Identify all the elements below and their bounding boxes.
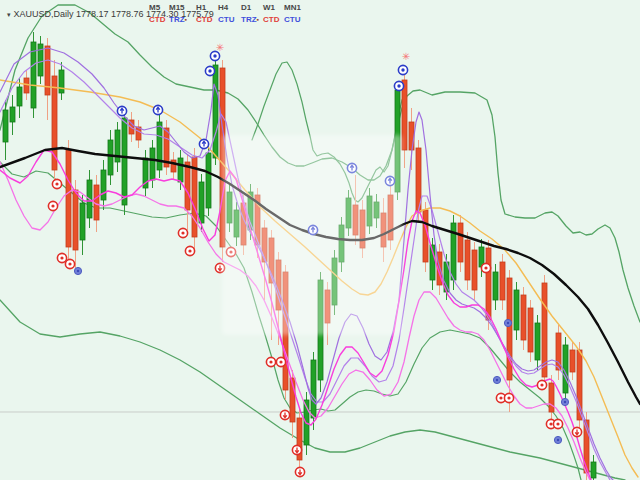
pivot-dot-icon: [554, 436, 561, 443]
candle-bearish: [52, 60, 57, 185]
timeframe-column-M15: M15TRZ▪: [169, 3, 195, 25]
signal-label: CTU: [284, 15, 310, 25]
candle-body: [122, 118, 127, 205]
timeframe-label: MN1: [284, 3, 310, 13]
candle-body: [206, 153, 211, 208]
candle-bearish: [66, 140, 71, 262]
candle-body: [325, 290, 330, 323]
candle-body: [185, 162, 190, 210]
pivot-dot-icon: [493, 376, 500, 383]
sell-arrow-icon: [215, 263, 224, 272]
candle-bullish: [318, 272, 323, 392]
timeframe-column-MN1: MN1CTU: [284, 3, 310, 25]
candle-bullish: [206, 145, 211, 216]
target-sell-icon: [553, 419, 562, 428]
candle-body: [311, 360, 316, 418]
candle-body: [346, 198, 351, 228]
pivot-dot-center: [496, 379, 498, 381]
candle-body: [213, 65, 218, 158]
candle-bullish: [31, 32, 36, 118]
candle-body: [381, 213, 386, 247]
buy-arrow-icon: [199, 139, 208, 148]
candle-bearish: [577, 342, 582, 432]
candle-body: [549, 383, 554, 412]
candle-body: [458, 223, 463, 262]
target-dot: [60, 256, 63, 259]
target-dot: [181, 231, 184, 234]
candle-body: [80, 203, 85, 240]
signal-text: CTD: [196, 15, 212, 24]
candle-body: [514, 290, 519, 330]
target-dot: [213, 54, 216, 57]
signal-label: TRZ▪: [169, 15, 195, 25]
candle-body: [591, 462, 596, 478]
candle-body: [402, 80, 407, 150]
sell-arrow-icon: [292, 445, 301, 454]
candle-body: [150, 148, 155, 180]
candle-body: [388, 195, 393, 240]
candle-body: [227, 192, 232, 223]
candle-body: [24, 78, 29, 93]
buy-arrow-icon: [385, 176, 394, 185]
candle-body: [318, 280, 323, 380]
target-dot: [55, 182, 58, 185]
candle-body: [500, 262, 505, 300]
target-dot: [269, 360, 272, 363]
pivot-dot-center: [557, 439, 559, 441]
target-sell-icon: [266, 357, 275, 366]
candle-body: [535, 323, 540, 360]
target-dot: [51, 204, 54, 207]
collapse-arrow-icon[interactable]: ▾: [7, 11, 11, 18]
target-sell-icon: [178, 228, 187, 237]
candle-body: [570, 350, 575, 372]
sell-arrow-icon: [572, 427, 581, 436]
target-dot: [188, 249, 191, 252]
target-sell-icon: [481, 263, 490, 272]
pivot-dot-center: [507, 322, 509, 324]
candle-bullish: [157, 112, 162, 178]
signal-text: TRZ: [241, 15, 257, 24]
candle-body: [283, 272, 288, 390]
candle-body: [3, 110, 8, 142]
target-dot: [229, 250, 232, 253]
target-buy-icon: [398, 65, 407, 74]
candle-body: [108, 140, 113, 175]
signal-mark-icon: ▪: [257, 16, 259, 23]
target-buy-icon: [210, 51, 219, 60]
target-sell-icon: [537, 380, 546, 389]
buy-arrow-icon: [153, 105, 162, 114]
candle-body: [360, 210, 365, 248]
candle-body: [66, 150, 71, 247]
candle-body: [493, 272, 498, 300]
candle-body: [234, 210, 239, 237]
buy-arrow-icon: [347, 163, 356, 172]
candle-body: [409, 122, 414, 150]
candle-body: [367, 196, 372, 226]
target-dot: [499, 396, 502, 399]
chart-canvas[interactable]: ✳✳: [0, 0, 640, 480]
target-dot: [507, 396, 510, 399]
target-dot: [68, 262, 71, 265]
candle-bearish: [283, 265, 288, 400]
candle-body: [199, 182, 204, 223]
candle-bullish: [395, 82, 400, 200]
pivot-dot-center: [564, 401, 566, 403]
signal-text: CTD: [149, 15, 165, 24]
candle-body: [423, 210, 428, 262]
candle-body: [374, 202, 379, 218]
signal-mark-icon: ▪: [185, 16, 187, 23]
candle-bearish: [423, 202, 428, 272]
candle-body: [45, 46, 50, 95]
target-sell-icon: [504, 393, 513, 402]
candle-body: [157, 122, 162, 170]
target-dot: [279, 360, 282, 363]
pivot-dot-icon: [504, 319, 511, 326]
candle-bearish: [192, 148, 197, 252]
target-dot: [549, 422, 552, 425]
target-dot: [484, 266, 487, 269]
target-sell-icon: [65, 259, 74, 268]
candle-body: [486, 248, 491, 320]
candle-body: [528, 308, 533, 352]
target-dot: [540, 383, 543, 386]
buy-arrow-icon: [117, 106, 126, 115]
